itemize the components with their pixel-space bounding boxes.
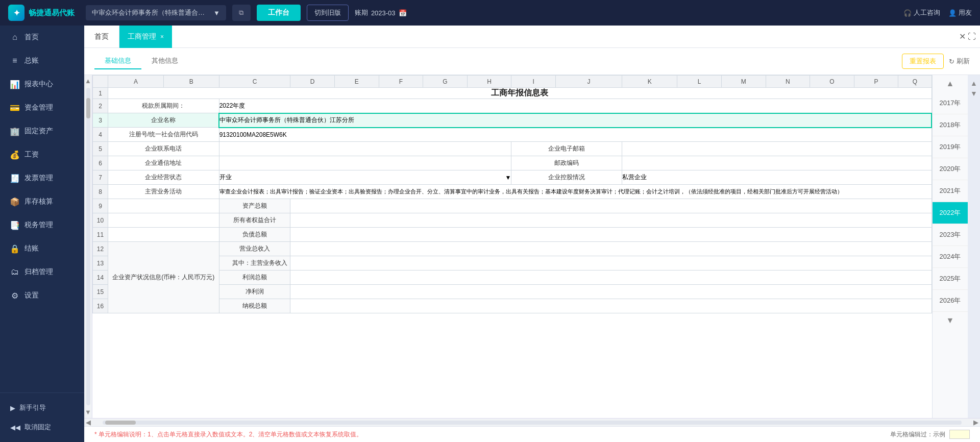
settings-icon: ⚙ [10,291,19,300]
cell-phone-value[interactable] [219,142,511,156]
sidebar-item-inventory[interactable]: 📦 库存核算 [0,190,84,213]
tab-basic[interactable]: 基础信息 [94,53,141,69]
sidebar-item-fund[interactable]: 💳 资金管理 [0,96,84,119]
tab-other[interactable]: 其他信息 [141,53,188,69]
year-item-2020[interactable]: 2020年 [933,158,968,180]
col-header-m: M [721,76,766,88]
tab-close-icon[interactable]: × [160,33,164,40]
cell-bizact-value[interactable]: 审查企业会计报表；出具审计报告；验证企业资本；出具验资报告；办理企业合开、分立、… [219,185,932,199]
cell-assetstatus-label: 企业资产状况信息(币种：人民币万元) [108,242,219,313]
sidebar-scroll: ⌂ 首页 ≡ 总账 📊 报表中心 💳 资金管理 🏢 固定资产 💰 工资 [0,26,84,392]
cell-postcode-label: 邮政编码 [511,156,622,170]
vertical-scroll-bar[interactable]: ▲ ▼ [84,75,92,418]
window-close-button[interactable]: ✕ [959,32,966,41]
year-nav-down[interactable]: ▼ [933,312,968,329]
cell-period-value[interactable]: 2022年度 [219,99,932,113]
cell-totaltax-value[interactable] [290,299,932,313]
sidebar-item-wage[interactable]: 💰 工资 [0,143,84,166]
cell-title[interactable]: 工商年报信息表 [108,88,932,99]
table-row: 8 主营业务活动 审查企业会计报表；出具审计报告；验证企业资本；出具验资报告；办… [93,185,932,199]
cell-totalrev-value[interactable] [290,242,932,256]
page-actions: 重置报表 ↻ 刷新 [902,54,970,69]
row-num-14: 14 [93,271,108,285]
cell-totalprofit-value[interactable] [290,271,932,285]
year-item-2018[interactable]: 2018年 [933,114,968,136]
collapse-sidebar[interactable]: ▲ ▼ [968,75,980,418]
sidebar-item-settings[interactable]: ⚙ 设置 [0,284,84,307]
cell-mainrev-value[interactable] [290,256,932,271]
bizstatus-dropdown-icon[interactable]: ▼ [505,174,511,181]
table-row: 2 税款所属期间： 2022年度 [93,99,932,113]
sidebar-item-report-label: 报表中心 [24,80,53,89]
sidebar-item-home[interactable]: ⌂ 首页 [0,26,84,49]
app-name: 畅捷通易代账 [29,8,75,18]
year-item-2022[interactable]: 2022年 [933,202,968,224]
sidebar-item-ledger[interactable]: ≡ 总账 [0,49,84,72]
refresh-label: 刷新 [957,57,970,66]
cell-email-value[interactable] [622,142,932,156]
cell-company-value[interactable]: 中审众环会计师事务所（特殊普通合伙）江苏分所 [219,113,932,128]
calendar-icon[interactable]: 📅 [399,9,407,17]
cell-totalasset-value[interactable] [290,199,932,213]
cell-company-label: 企业名称 [108,113,219,128]
sidebar-item-guide[interactable]: ▶ 新手引导 [0,398,84,418]
sidebar: ⌂ 首页 ≡ 总账 📊 报表中心 💳 资金管理 🏢 固定资产 💰 工资 [0,26,84,442]
company-selector[interactable]: 中审众环会计师事务所（特殊普通合伙... ▼ [86,5,226,20]
cell-address-value[interactable] [219,156,511,170]
workbench-button[interactable]: 工作台 [257,5,301,21]
year-item-2024[interactable]: 2024年 [933,246,968,268]
refresh-button[interactable]: ↻ 刷新 [949,57,970,66]
col-header-num [93,76,108,88]
row-num-5: 5 [93,142,108,156]
bizstatus-text: 开业 [219,173,232,182]
cell-netprofit-value[interactable] [290,285,932,299]
cell-totalliab-value[interactable] [290,228,932,242]
sidebar-item-close[interactable]: 🔒 结账 [0,237,84,260]
year-item-2023[interactable]: 2023年 [933,224,968,246]
cell-postcode-value[interactable] [622,156,932,170]
tab-home[interactable]: 首页 [84,26,119,48]
reset-report-button[interactable]: 重置报表 [902,54,944,69]
row-num-3: 3 [93,113,108,128]
sidebar-item-tax[interactable]: 📑 税务管理 [0,213,84,237]
sidebar-item-settings-label: 设置 [24,291,39,300]
year-item-2019[interactable]: 2019年 [933,136,968,158]
row-num-1: 1 [93,88,108,99]
sidebar-item-report[interactable]: 📊 报表中心 [0,72,84,96]
service-button[interactable]: 🎧 人工咨询 [903,8,940,17]
old-version-button[interactable]: 切到旧版 [307,5,349,21]
col-header-a: A [108,76,164,88]
col-header-k: K [622,76,677,88]
year-item-2026[interactable]: 2026年 [933,290,968,312]
cell-empty-10 [108,213,219,228]
cell-totalprofit-label: 利润总额 [219,271,290,285]
copy-button[interactable]: ⧉ [232,5,251,21]
year-item-2017[interactable]: 2017年 [933,92,968,114]
collapse-up-icon[interactable]: ▲ [970,79,977,87]
sidebar-item-unpin[interactable]: ◀◀ 取消固定 [0,418,84,437]
window-expand-button[interactable]: ⛶ [968,32,976,41]
report-icon: 📊 [10,80,19,89]
sidebar-item-archive[interactable]: 🗂 归档管理 [0,260,84,284]
horizontal-scroll-bar[interactable]: ◀ ▶ [84,418,980,426]
sidebar-item-invoice[interactable]: 🧾 发票管理 [0,166,84,190]
col-header-b: B [163,76,219,88]
cell-holdingtype-value[interactable]: 私营企业 [622,170,932,185]
user-button[interactable]: 👤 用友 [948,8,972,17]
tab-active-commerce[interactable]: 工商管理 × [119,26,172,48]
cell-equity-value[interactable] [290,213,932,228]
footer-right: 单元格编辑过：示例 [890,430,970,439]
collapse-down-icon[interactable]: ▼ [970,89,977,97]
year-nav-up[interactable]: ▲ [933,75,968,92]
year-item-2025[interactable]: 2025年 [933,268,968,290]
scroll-track-h[interactable] [103,421,962,425]
scroll-right-button[interactable]: ▶ [972,419,980,426]
sidebar-item-asset[interactable]: 🏢 固定资产 [0,119,84,143]
cell-bizstatus-label: 企业经营状态 [108,170,219,185]
cell-bizstatus-value[interactable]: 开业 ▼ [219,170,511,185]
cell-equity-label: 所有者权益合计 [219,213,290,228]
cell-regnum-value[interactable]: 91320100MA208E5W6K [219,128,932,142]
scroll-left-button[interactable]: ◀ [84,419,92,426]
row-num-16: 16 [93,299,108,313]
year-item-2021[interactable]: 2021年 [933,180,968,202]
